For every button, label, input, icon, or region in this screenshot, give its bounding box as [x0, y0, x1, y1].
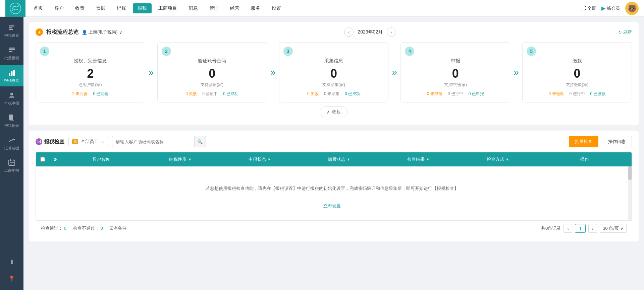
- check-table: ⚙ 客户名称 纳税性质 ▼ 申报状态 ▼ 缴费状态 ▼: [36, 152, 632, 220]
- step-2-title: 验证账号密码: [163, 58, 261, 64]
- step-3-stat-0: 0 失败: [307, 91, 319, 97]
- step-4-stats: 0 未申报 0 进行中 0 已申报: [406, 91, 504, 97]
- search-input[interactable]: [112, 137, 194, 146]
- sidebar-item-overview[interactable]: 报税总览: [0, 65, 23, 86]
- svg-rect-17: [10, 159, 11, 161]
- nav-business[interactable]: 工商项目: [154, 3, 182, 13]
- location-selector[interactable]: 👤 上海(电子税局) ∨: [82, 29, 122, 35]
- sidebar-item-location[interactable]: 📍: [0, 271, 23, 287]
- th-check-method: 检查方式 ▼: [458, 152, 538, 166]
- svg-rect-4: [9, 48, 15, 49]
- nav-settings[interactable]: 设置: [267, 3, 286, 13]
- employee-select[interactable]: 員 全部员工 ∨: [68, 137, 108, 146]
- setup-link[interactable]: 立即设置: [323, 203, 341, 212]
- step-4-count: 0: [406, 67, 504, 81]
- svg-point-15: [14, 139, 15, 140]
- step-4-title: 申报: [406, 58, 504, 64]
- avatar[interactable]: 🐻: [625, 2, 639, 15]
- sidebar: 报税设置 批量报税 报税总览: [0, 17, 23, 290]
- annual-report-icon: [7, 158, 16, 167]
- sidebar-item-tax-records[interactable]: 报税记录: [0, 110, 23, 131]
- check-fail-stat: 检查不通过： 0: [73, 225, 103, 231]
- select-all-checkbox[interactable]: [40, 157, 45, 162]
- filter-icon[interactable]: ▼: [188, 157, 192, 161]
- refresh-button[interactable]: ↻ 刷新: [618, 29, 632, 35]
- collapse-row: ∧ 收起: [36, 102, 632, 119]
- check-header: ☑ 报税检查 員 全部员工 ∨ 🔍 批量检查 操作日志: [36, 136, 632, 147]
- arrow-3: »: [388, 42, 400, 102]
- step-3-title: 采集信息: [285, 58, 383, 64]
- pagination: 共0条记录 ‹ 1 › 30 条/页 ∨: [541, 224, 627, 233]
- check-fail-link[interactable]: 0: [100, 226, 103, 231]
- tax-check-card: ☑ 报税检查 員 全部员工 ∨ 🔍 批量检查 操作日志: [29, 131, 639, 241]
- nav-service[interactable]: 服务: [246, 3, 265, 13]
- svg-rect-7: [9, 73, 10, 76]
- sidebar-item-annual-report[interactable]: 工商年报: [0, 155, 23, 176]
- filter-icon[interactable]: ▼: [267, 157, 271, 161]
- th-checkbox[interactable]: [36, 152, 49, 166]
- step-1-title: 授权、完善信息: [41, 58, 140, 64]
- nav-manage[interactable]: 管理: [205, 3, 223, 13]
- collapse-button[interactable]: ∧ 收起: [320, 106, 348, 117]
- svg-rect-3: [9, 29, 13, 30]
- table-header: ⚙ 客户名称 纳税性质 ▼ 申报状态 ▼ 缴费状态 ▼: [36, 152, 632, 166]
- batch-check-button[interactable]: 批量检查: [569, 136, 598, 147]
- step-5-stats: 0 未缴款 0 进行中 0 已缴款: [528, 91, 626, 97]
- step-4-number: 4: [405, 47, 414, 56]
- nav-accounting[interactable]: 记账: [112, 3, 131, 13]
- sidebar-label: 个税申报: [4, 101, 19, 105]
- next-month-button[interactable]: ›: [387, 27, 396, 37]
- nav-ticket[interactable]: 票据: [91, 3, 110, 13]
- sidebar-item-settlement[interactable]: 汇算清缴: [0, 133, 23, 154]
- filter-icon[interactable]: ▼: [426, 157, 430, 161]
- main-layout: 报税设置 批量报税 报税总览: [0, 17, 644, 290]
- nav-customer[interactable]: 客户: [50, 3, 68, 13]
- check-pass-link[interactable]: 0: [64, 226, 66, 231]
- fullscreen-button[interactable]: ⛶ 全屏: [581, 5, 596, 11]
- prev-page-button[interactable]: ‹: [564, 224, 572, 233]
- sidebar-label: 汇算清缴: [4, 146, 19, 150]
- personal-tax-icon: [7, 91, 16, 100]
- svg-rect-9: [13, 70, 15, 76]
- svg-rect-14: [10, 117, 13, 118]
- sidebar-item-tax-settings[interactable]: 报税设置: [0, 20, 23, 41]
- svg-rect-12: [10, 120, 14, 121]
- check-icon: ☑: [36, 138, 42, 145]
- step-2-stat-1: 0 验证中: [202, 91, 218, 97]
- per-page-select[interactable]: 30 条/页 ∨: [600, 224, 627, 233]
- nav-tax[interactable]: 报税: [133, 3, 152, 13]
- step-3-count: 0: [285, 67, 383, 81]
- filter-icon[interactable]: ▼: [347, 157, 351, 161]
- th-gear[interactable]: ⚙: [49, 152, 61, 166]
- arrow-4: »: [510, 42, 522, 102]
- search-button[interactable]: 🔍: [194, 136, 206, 147]
- nav-operation[interactable]: 经营: [225, 3, 244, 13]
- step-5-number: 5: [527, 47, 536, 56]
- has-note-stat: ☑有备注: [110, 225, 127, 231]
- svg-rect-1: [9, 25, 14, 26]
- main-content: + 报税流程总览 👤 上海(电子税局) ∨ ‹ 2023年02月 › ↻ 刷新: [23, 17, 644, 290]
- nav-home[interactable]: 首页: [29, 3, 48, 13]
- check-pass-stat: 检查通过： 0: [41, 225, 66, 231]
- prev-month-button[interactable]: ‹: [344, 27, 354, 37]
- step-4-stat-0: 0 未申报: [427, 91, 442, 97]
- overview-icon: [7, 68, 16, 77]
- operation-log-button[interactable]: 操作日志: [602, 136, 632, 147]
- settlement-icon: [7, 136, 16, 145]
- sidebar-label: 报税总览: [4, 78, 19, 83]
- table-body-wrapper: 若您想使用报税检查功能，请先在【报税设置】中进行报税的初始化设置，完成密码验证和…: [36, 166, 632, 220]
- check-title: ☑ 报税检查: [36, 138, 64, 145]
- step-1-stat-0: 2 未完善: [72, 91, 88, 97]
- step-2-stat-2: 0 已成功: [223, 91, 238, 97]
- next-page-button[interactable]: ›: [588, 224, 597, 233]
- scrollbar-track[interactable]: [628, 166, 632, 220]
- scrollbar-thumb[interactable]: [628, 166, 632, 180]
- vip-button[interactable]: ▶ 畅会员: [601, 5, 620, 11]
- nav-message[interactable]: 消息: [184, 3, 203, 13]
- filter-icon[interactable]: ▼: [505, 157, 509, 161]
- tax-settings-icon: [7, 23, 16, 32]
- nav-fee[interactable]: 收费: [70, 3, 89, 13]
- sidebar-item-download[interactable]: ⬇: [0, 255, 23, 270]
- sidebar-item-personal-tax[interactable]: 个税申报: [0, 88, 23, 109]
- sidebar-item-batch-tax[interactable]: 批量报税: [0, 43, 23, 64]
